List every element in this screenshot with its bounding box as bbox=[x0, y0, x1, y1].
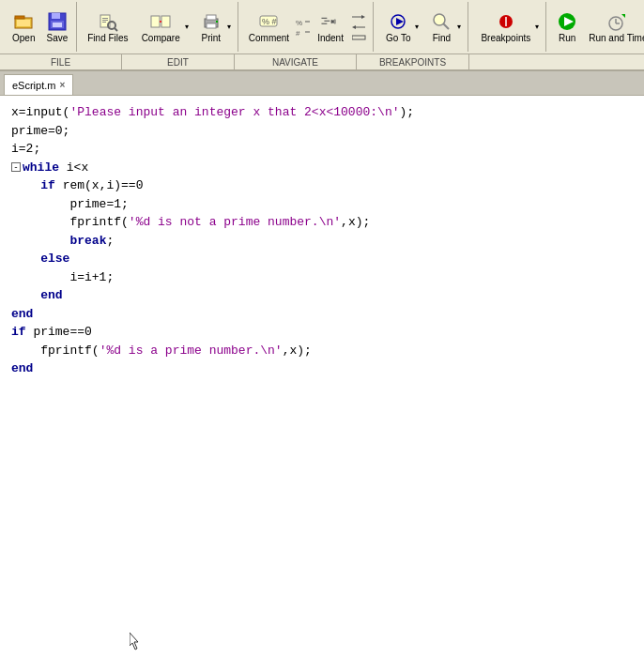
svg-rect-36 bbox=[352, 36, 365, 39]
code-line-4: -while i<x bbox=[11, 159, 633, 177]
find-files-label: Find Files bbox=[87, 33, 128, 43]
find-label: Find bbox=[433, 33, 451, 43]
svg-rect-3 bbox=[17, 20, 30, 26]
save-icon bbox=[47, 11, 68, 32]
navigate-group: Go To ▾ Find ▾ bbox=[376, 2, 469, 52]
open-button[interactable]: Open bbox=[8, 5, 39, 50]
goto-button[interactable]: Go To ▾ bbox=[379, 5, 422, 50]
run-button[interactable]: Run bbox=[552, 5, 582, 50]
run-and-time-button[interactable]: Run and Time bbox=[584, 5, 644, 50]
svg-rect-9 bbox=[102, 18, 108, 19]
tab-close-button[interactable]: × bbox=[59, 80, 65, 90]
svg-rect-20 bbox=[216, 21, 218, 23]
code-line-1: x=input('Please input an integer x that … bbox=[11, 103, 633, 122]
section-breakpoints: BREAKPOINTS bbox=[357, 54, 469, 69]
find-icon bbox=[431, 11, 452, 32]
svg-marker-38 bbox=[396, 18, 404, 25]
run-label: Run bbox=[559, 33, 575, 43]
svg-marker-49 bbox=[130, 633, 138, 649]
svg-rect-10 bbox=[102, 20, 108, 21]
code-editor[interactable]: x=input('Please input an integer x that … bbox=[0, 96, 644, 657]
tab-name: eScript.m bbox=[12, 80, 55, 91]
run-group: Run Run and Time bbox=[548, 2, 644, 52]
code-line-3: i=2; bbox=[11, 140, 633, 159]
breakpoints-dropdown-arrow: ▾ bbox=[535, 23, 539, 31]
open-label: Open bbox=[12, 33, 35, 43]
svg-rect-18 bbox=[207, 15, 216, 20]
svg-marker-48 bbox=[621, 14, 625, 18]
find-inner: Find bbox=[426, 9, 456, 45]
indent-button[interactable]: Indent bbox=[313, 5, 348, 50]
compare-icon bbox=[150, 11, 171, 32]
code-line-15: end bbox=[11, 359, 633, 378]
compare-button[interactable]: Compare ▾ bbox=[135, 5, 192, 50]
goto-icon bbox=[388, 11, 408, 32]
svg-rect-2 bbox=[15, 16, 24, 19]
svg-line-40 bbox=[443, 23, 449, 29]
comment-icons: % # bbox=[296, 17, 311, 37]
code-line-5: if rem(x,i)==0 bbox=[11, 176, 633, 195]
indent-icons bbox=[352, 12, 369, 42]
tab-bar: eScript.m × bbox=[0, 71, 644, 96]
goto-label: Go To bbox=[386, 33, 411, 43]
comment-icon: % # bbox=[258, 11, 279, 32]
compare-dropdown-arrow: ▾ bbox=[185, 23, 189, 31]
toolbar: Open Save bbox=[0, 0, 644, 54]
svg-text:#: # bbox=[296, 29, 300, 37]
code-line-8: break; bbox=[11, 232, 633, 251]
find-dropdown-arrow: ▾ bbox=[457, 23, 461, 31]
mouse-cursor bbox=[130, 633, 141, 651]
tab-escript[interactable]: eScript.m × bbox=[4, 74, 73, 95]
section-edit: EDIT bbox=[122, 54, 235, 69]
find-button[interactable]: Find ▾ bbox=[423, 5, 464, 50]
breakpoints-label: Breakpoints bbox=[481, 33, 530, 43]
svg-line-13 bbox=[115, 28, 117, 31]
breakpoints-inner: Breakpoints bbox=[477, 9, 534, 45]
svg-marker-35 bbox=[352, 25, 356, 29]
save-label: Save bbox=[46, 33, 68, 43]
find-files-icon bbox=[98, 11, 118, 32]
svg-rect-14 bbox=[151, 16, 160, 27]
code-line-11: end bbox=[11, 286, 633, 305]
print-button[interactable]: Print ▾ bbox=[193, 5, 234, 50]
print-label: Print bbox=[201, 33, 221, 43]
run-and-time-icon bbox=[607, 11, 628, 32]
breakpoints-icon bbox=[496, 11, 516, 32]
code-line-14: fprintf('%d is a prime number.\n',x); bbox=[11, 342, 633, 360]
code-line-6: prime=1; bbox=[11, 195, 633, 214]
run-and-time-label: Run and Time bbox=[589, 33, 644, 43]
svg-text:% #: % # bbox=[262, 17, 277, 26]
svg-rect-11 bbox=[102, 22, 106, 23]
compare-inner: Compare bbox=[138, 9, 184, 45]
breakpoints-group: Breakpoints ▾ bbox=[470, 2, 546, 52]
run-icon bbox=[557, 11, 577, 32]
goto-inner: Go To bbox=[382, 9, 415, 45]
svg-rect-19 bbox=[207, 23, 216, 28]
print-inner: Print bbox=[196, 9, 226, 45]
indent-icon bbox=[320, 11, 341, 32]
edit-group: % # Comment % # Indent bbox=[240, 2, 374, 52]
svg-rect-7 bbox=[53, 23, 62, 27]
svg-rect-5 bbox=[52, 13, 60, 19]
print-dropdown-arrow: ▾ bbox=[227, 23, 231, 31]
code-line-13: if prime==0 bbox=[11, 323, 633, 342]
code-line-12: end bbox=[11, 305, 633, 324]
save-button[interactable]: Save bbox=[41, 5, 72, 50]
comment-button[interactable]: % # Comment bbox=[244, 5, 294, 50]
compare-label: Compare bbox=[142, 33, 180, 43]
code-line-2: prime=0; bbox=[11, 122, 633, 141]
indent-label: Indent bbox=[317, 33, 344, 43]
find-files-button[interactable]: Find Files bbox=[83, 5, 132, 50]
code-line-7: fprintf('%d is not a prime number.\n',x)… bbox=[11, 213, 633, 232]
file-group-2: Find Files Compare ▾ bbox=[79, 2, 238, 52]
print-icon bbox=[201, 11, 222, 32]
code-line-10: i=i+1; bbox=[11, 268, 633, 287]
comment-label: Comment bbox=[249, 33, 289, 43]
svg-text:%: % bbox=[296, 19, 302, 26]
block-marker-while[interactable]: - bbox=[11, 162, 21, 172]
breakpoints-button[interactable]: Breakpoints ▾ bbox=[474, 5, 542, 50]
svg-rect-15 bbox=[161, 16, 170, 27]
svg-marker-33 bbox=[361, 15, 365, 19]
file-group-1: Open Save bbox=[4, 2, 77, 52]
section-labels: FILE EDIT NAVIGATE BREAKPOINTS bbox=[0, 54, 644, 71]
